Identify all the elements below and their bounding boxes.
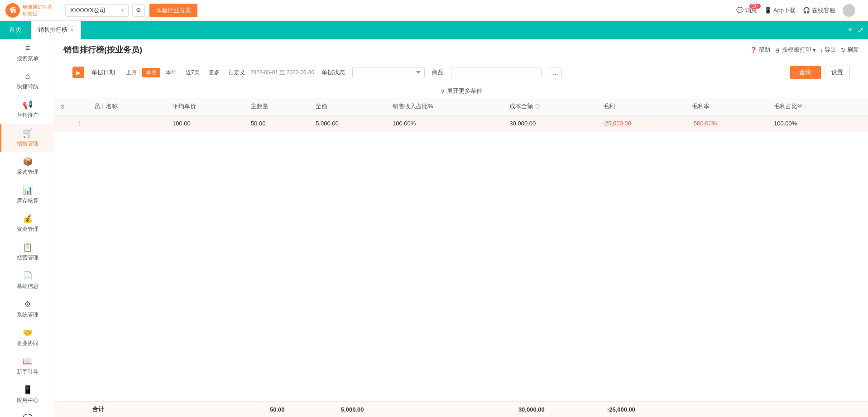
filter-area: ▶ 单据日期 上月 本月 本年 近7天 更多 自定义 2023-06	[63, 61, 859, 84]
date-tab-more[interactable]: 更多	[205, 68, 223, 77]
column-settings[interactable]: ⚙	[54, 98, 71, 115]
row-gross: -25,000.00	[598, 115, 686, 132]
message-badge: 99+	[749, 4, 761, 9]
column-gross: 毛利	[598, 98, 686, 115]
footer-avg-price-cell	[193, 402, 264, 417]
sidebar-item-marketing[interactable]: 📢 营销推广	[0, 95, 54, 124]
export-button[interactable]: ↓ 导出	[820, 46, 837, 54]
tab-bar: 首页 销售排行榜 × × ⤢	[0, 21, 868, 39]
row-amount: 5,000.00	[310, 115, 387, 132]
goods-ellipsis-button[interactable]: ...	[549, 67, 562, 78]
message-icon: 💬	[736, 7, 743, 14]
main-content: ≡ 搜索菜单 ⌂ 快捷导航 📢 营销推广 🛒 销售管理 📦 采购管理 📊 库存核…	[0, 39, 868, 417]
logo-text: 畅康通好生意 标准版	[23, 4, 53, 17]
sidebar-item-wechat[interactable]: 💬 企业微信	[0, 409, 54, 417]
chevron-down-icon: ∨	[441, 88, 445, 95]
settings-button[interactable]: 设置	[825, 66, 850, 79]
sidebar-item-finance[interactable]: 💰 资金管理	[0, 209, 54, 238]
trial-button[interactable]: 体验行业方案	[149, 4, 197, 17]
export-icon: ↓	[820, 47, 824, 53]
refresh-button[interactable]: ↻ 刷新	[841, 46, 859, 54]
apps-icon: 📱	[23, 385, 33, 395]
query-button[interactable]: 查询	[790, 66, 821, 79]
operations-icon: 📋	[23, 242, 33, 252]
table-body: 1 100.00 50.00 5,000.00	[54, 115, 868, 132]
cost-info-icon[interactable]: ⓘ	[535, 104, 540, 109]
online-service-button[interactable]: 🎧 在线客服	[803, 6, 835, 14]
table-footer: 合计 50.00 5,000.00 30,000.00 -25,000.00	[54, 401, 868, 417]
date-tab-7days[interactable]: 近7天	[182, 68, 203, 77]
finance-icon: 💰	[23, 214, 33, 224]
expand-icon[interactable]: ⤢	[858, 26, 863, 34]
goods-filter-input[interactable]	[451, 67, 542, 78]
chevron-down-icon: ▾	[121, 8, 124, 13]
sidebar-item-apps[interactable]: 📱 应用中心	[0, 380, 54, 409]
sidebar-item-basics[interactable]: 📄 基础信息	[0, 266, 54, 295]
column-quantity: 主数量	[245, 98, 310, 115]
footer-gross-rate-cell	[691, 402, 779, 417]
app-download-button[interactable]: 📱 App下载	[764, 6, 796, 14]
sidebar-item-search[interactable]: ≡ 搜索菜单	[0, 39, 54, 67]
page-title-row: 销售排行榜(按业务员) ❓ 帮助 🖨 按模板打印 ▾ ↓ 导出	[63, 44, 859, 55]
column-avg-price: 平均单价	[167, 98, 245, 115]
page-header: 销售排行榜(按业务员) ❓ 帮助 🖨 按模板打印 ▾ ↓ 导出	[54, 39, 868, 98]
column-employee-name: 员工名称	[89, 98, 167, 115]
message-button[interactable]: 💬 消息 99+	[736, 6, 757, 14]
system-icon: ⚙	[24, 299, 31, 309]
status-filter-select[interactable]	[352, 67, 425, 78]
page-title: 销售排行榜(按业务员)	[63, 44, 142, 55]
print-button[interactable]: 🖨 按模板打印 ▾	[775, 46, 816, 54]
marketing-icon: 📢	[23, 100, 33, 110]
date-tab-custom[interactable]: 自定义	[225, 68, 249, 77]
sidebar-item-purchase[interactable]: 📦 采购管理	[0, 152, 54, 181]
sidebar-item-cooperation[interactable]: 🤝 企业协同	[0, 323, 54, 352]
column-cost: 成本全额 ⓘ	[504, 98, 597, 115]
row-rank: 1	[71, 115, 89, 132]
sidebar-item-quicknav[interactable]: ⌂ 快捷导航	[0, 67, 54, 95]
close-all-tabs-icon[interactable]: ×	[848, 26, 852, 34]
top-right-actions: 💬 消息 99+ 📱 App下载 🎧 在线客服	[736, 4, 863, 17]
company-selector[interactable]: XXXXXX公司 ▾	[65, 4, 129, 17]
tab-home[interactable]: 首页	[0, 21, 31, 39]
footer-gross: -25,000.00	[602, 402, 691, 417]
sidebar-item-operations[interactable]: 📋 经营管理	[0, 238, 54, 266]
grosspct-sort-icon[interactable]: ↕	[804, 104, 807, 109]
date-tab-last-month[interactable]: 上月	[122, 68, 140, 77]
filter-row: 单据日期 上月 本月 本年 近7天 更多 自定义 2023-06-01 至 20…	[91, 66, 850, 79]
tab-close-icon[interactable]: ×	[70, 27, 73, 33]
inventory-icon: 📊	[23, 185, 33, 195]
date-tab-this-year[interactable]: 本年	[162, 68, 180, 77]
column-rank	[71, 98, 89, 115]
row-avg-price: 100.00	[167, 115, 245, 132]
footer-table: 合计 50.00 5,000.00 30,000.00 -25,000.00	[54, 402, 868, 417]
footer-amount: 5,000.00	[336, 402, 424, 417]
tab-sales-ranking[interactable]: 销售排行榜 ×	[31, 21, 81, 39]
avatar[interactable]	[843, 4, 855, 17]
date-tab-this-month[interactable]: 本月	[142, 68, 160, 77]
sidebar-item-sales[interactable]: 🛒 销售管理	[0, 124, 54, 152]
filter-toggle-button[interactable]: ▶	[72, 67, 84, 78]
wechat-icon: 💬	[23, 413, 33, 417]
date-range-display: 2023-06-01 至 2023-06-30	[250, 69, 314, 77]
table-row: 1 100.00 50.00 5,000.00	[54, 115, 868, 132]
expand-more-row: ∨ 展开更多条件	[63, 84, 859, 98]
column-sales-pct: 销售收入占比%	[387, 98, 504, 115]
sidebar-item-inventory[interactable]: 📊 库存核算	[0, 181, 54, 209]
basics-icon: 📄	[23, 271, 33, 281]
sidebar: ≡ 搜索菜单 ⌂ 快捷导航 📢 营销推广 🛒 销售管理 📦 采购管理 📊 库存核…	[0, 39, 54, 417]
row-sales-pct: 100.00%	[387, 115, 504, 132]
row-employee-name	[89, 115, 167, 132]
help-link[interactable]: ❓ 帮助	[750, 46, 770, 54]
sidebar-item-system[interactable]: ⚙ 系统管理	[0, 295, 54, 323]
top-settings-button[interactable]: ⚙	[132, 4, 145, 17]
top-bar: 畅 畅康通好生意 标准版 XXXXXX公司 ▾ ⚙ 体验行业方案 💬 消息 99…	[0, 0, 868, 21]
filter-right-actions: 查询 设置	[790, 66, 850, 79]
expand-more-button[interactable]: ∨ 展开更多条件	[436, 86, 487, 96]
logo-area: 畅 畅康通好生意 标准版	[5, 3, 60, 18]
page-content: 销售排行榜(按业务员) ❓ 帮助 🖨 按模板打印 ▾ ↓ 导出	[54, 39, 868, 417]
date-tabs: 上月 本月 本年 近7天 更多 自定义 2023-06-01 至 2023-06…	[122, 68, 314, 77]
sidebar-item-guide[interactable]: 📖 新手引导	[0, 352, 54, 380]
row-gross-pct: 100.00%	[768, 115, 868, 132]
goods-filter-label: 商品	[432, 68, 444, 77]
footer-cost: 30,000.00	[513, 402, 602, 417]
